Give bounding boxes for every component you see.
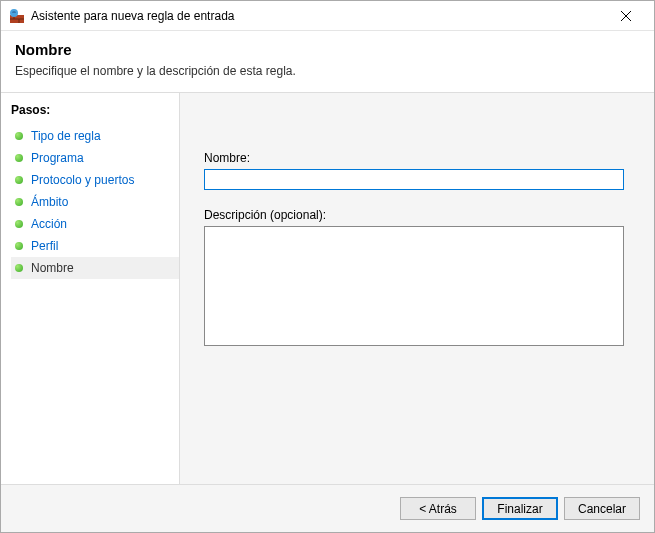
description-textarea[interactable] bbox=[204, 226, 624, 346]
steps-sidebar: Pasos: Tipo de reglaProgramaProtocolo y … bbox=[1, 93, 179, 484]
window-title: Asistente para nueva regla de entrada bbox=[31, 9, 606, 23]
wizard-body: Pasos: Tipo de reglaProgramaProtocolo y … bbox=[1, 93, 654, 484]
step-bullet-icon bbox=[15, 242, 23, 250]
button-bar: < Atrás Finalizar Cancelar bbox=[1, 484, 654, 532]
firewall-icon bbox=[9, 8, 25, 24]
step-item-5[interactable]: Perfil bbox=[11, 235, 179, 257]
step-bullet-icon bbox=[15, 198, 23, 206]
wizard-window: Asistente para nueva regla de entrada No… bbox=[0, 0, 655, 533]
step-item-4[interactable]: Acción bbox=[11, 213, 179, 235]
page-subtitle: Especifique el nombre y la descripción d… bbox=[15, 64, 640, 78]
description-field-group: Descripción (opcional): bbox=[204, 208, 630, 349]
step-bullet-icon bbox=[15, 176, 23, 184]
step-item-6[interactable]: Nombre bbox=[11, 257, 179, 279]
step-item-1[interactable]: Programa bbox=[11, 147, 179, 169]
step-item-0[interactable]: Tipo de regla bbox=[11, 125, 179, 147]
steps-heading: Pasos: bbox=[11, 103, 179, 117]
close-button[interactable] bbox=[606, 2, 646, 30]
step-label: Ámbito bbox=[31, 195, 68, 209]
finish-button[interactable]: Finalizar bbox=[482, 497, 558, 520]
step-label: Acción bbox=[31, 217, 67, 231]
step-item-2[interactable]: Protocolo y puertos bbox=[11, 169, 179, 191]
back-button[interactable]: < Atrás bbox=[400, 497, 476, 520]
step-bullet-icon bbox=[15, 264, 23, 272]
description-label: Descripción (opcional): bbox=[204, 208, 630, 222]
close-icon bbox=[621, 11, 631, 21]
cancel-button[interactable]: Cancelar bbox=[564, 497, 640, 520]
step-item-3[interactable]: Ámbito bbox=[11, 191, 179, 213]
step-bullet-icon bbox=[15, 154, 23, 162]
page-heading: Nombre bbox=[15, 41, 640, 58]
wizard-header: Nombre Especifique el nombre y la descri… bbox=[1, 31, 654, 93]
name-field-group: Nombre: bbox=[204, 151, 630, 190]
titlebar: Asistente para nueva regla de entrada bbox=[1, 1, 654, 31]
name-label: Nombre: bbox=[204, 151, 630, 165]
name-input[interactable] bbox=[204, 169, 624, 190]
step-label: Tipo de regla bbox=[31, 129, 101, 143]
step-label: Protocolo y puertos bbox=[31, 173, 134, 187]
main-pane: Nombre: Descripción (opcional): bbox=[179, 93, 654, 484]
step-bullet-icon bbox=[15, 132, 23, 140]
step-label: Perfil bbox=[31, 239, 58, 253]
step-label: Nombre bbox=[31, 261, 74, 275]
step-bullet-icon bbox=[15, 220, 23, 228]
step-label: Programa bbox=[31, 151, 84, 165]
